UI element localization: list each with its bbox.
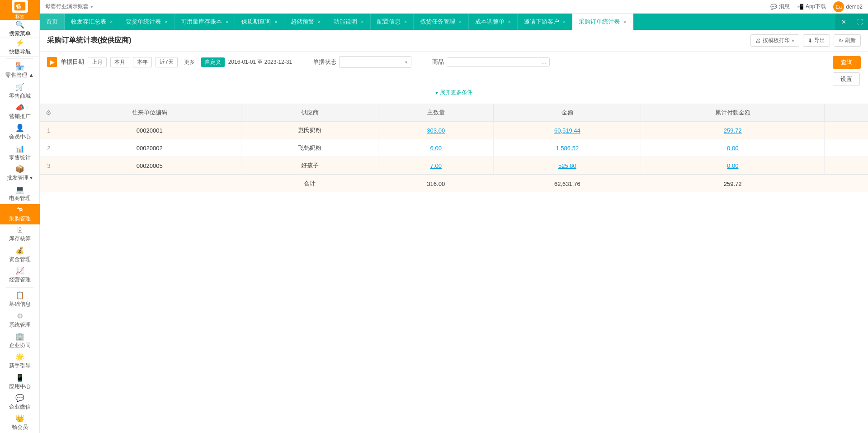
tab-warranty-query[interactable]: 保质期查询 × [235,14,284,30]
sidebar-item-ecommerce[interactable]: 💻 电商管理 [0,184,40,204]
sidebar-item-new-guide[interactable]: 🌟 新手引导 [0,351,40,371]
tab-cost-adjust[interactable]: 成本调整单 × [469,14,518,30]
company-selector[interactable]: 母婴行业演示账套 ▾ [45,3,93,10]
tab-function-desc[interactable]: 功能说明 × [327,14,370,30]
print-button[interactable]: 🖨 按模板打印 ▾ [750,34,799,47]
tab-config-info[interactable]: 配置信息 × [371,14,414,30]
tab-pick-task[interactable]: 拣货任务管理 × [414,14,468,30]
expand-more-btn[interactable]: ▾ 展开更多条件 [435,89,472,96]
tab-receive-summary-close[interactable]: × [110,19,113,24]
tab-overstock-warning-close[interactable]: × [318,19,321,24]
sidebar-item-sys-mgmt[interactable]: ⚙ 系统管理 [0,310,40,330]
cell-index-1: 1 [40,122,58,139]
logo-icon: 畅 [12,0,28,13]
sidebar-item-enterprise[interactable]: 🏢 企业协同 [0,330,40,351]
tab-overstock-warning[interactable]: 超储预警 × [284,14,327,30]
sidebar-item-inventory[interactable]: 🗄 库存核算 [0,224,40,245]
sidebar-divider-1 [6,58,33,59]
date-filter-label: 单据日期 [61,58,84,66]
tab-config-info-close[interactable]: × [404,19,407,24]
enterprise-icon: 🏢 [15,332,24,341]
goods-more-icon[interactable]: … [541,59,547,65]
tab-maximize-btn[interactable]: ⛶ [852,14,868,30]
date-custom-btn[interactable]: 自定义 [201,57,225,67]
goods-search-input[interactable] [450,59,540,65]
sidebar-item-enterprise-wechat[interactable]: 💬 企业微信 [0,392,40,412]
tab-warranty-query-label: 保质期查询 [241,18,271,26]
date-this-month-btn[interactable]: 本月 [110,57,129,67]
footer-empty2 [58,175,241,192]
date-this-year-btn[interactable]: 本年 [133,57,152,67]
tab-home[interactable]: 首页 [40,14,65,30]
quantity-link-1[interactable]: 303.00 [427,127,445,134]
date-last-month-btn[interactable]: 上月 [88,57,107,67]
sidebar-item-retail-mgmt[interactable]: 🏪 零售管理 ▲ [0,61,40,81]
user-menu[interactable]: Ea demo2 [833,1,863,12]
tab-end-buttons: ✕ ⛶ [835,14,868,30]
date-more-btn[interactable]: 更多 [181,57,198,67]
amount-link-1[interactable]: 60,519.44 [554,127,580,134]
tab-warranty-query-close[interactable]: × [274,19,277,24]
date-7days-btn[interactable]: 近7天 [156,57,178,67]
tab-cost-adjust-close[interactable]: × [508,19,511,24]
cell-quantity-2: 6.00 [378,139,494,157]
filter-toggle-btn[interactable]: ▶ [47,57,57,67]
tab-order-stats[interactable]: 要货单统计表 × [119,14,174,30]
setting-button[interactable]: 设置 [833,72,860,86]
logo[interactable]: 畅 标签 [0,0,40,20]
sidebar-search-menu[interactable]: 🔍 搜索菜单 [0,20,40,38]
member-icon: 👤 [15,124,24,132]
tab-order-stats-close[interactable]: × [165,19,167,24]
sidebar-item-purchase[interactable]: 🛍 采购管理 [0,204,40,224]
logo-text: 标签 [15,14,24,20]
paid-link-2[interactable]: 0.00 [727,145,738,152]
tab-close-all-btn[interactable]: ✕ [835,14,852,30]
tab-invite-downstream-close[interactable]: × [563,19,566,24]
amount-link-3[interactable]: 525.80 [558,162,576,169]
tab-purchase-order-stats-label: 采购订单统计表 [579,18,620,26]
search-button[interactable]: 查询 [833,56,861,69]
paid-link-1[interactable]: 259.72 [724,127,742,134]
app-download-btn[interactable]: 📲 App下载 [797,3,826,10]
sidebar-item-marketing[interactable]: 📣 营销推广 [0,101,40,122]
sidebar-quick-nav[interactable]: ⚡ 快捷导航 [0,38,40,56]
tabbar: 首页 收发存汇总表 × 要货单统计表 × 可用量库存账本 × 保质期查询 × 超… [40,14,868,30]
sidebar-divider-2 [6,287,33,288]
footer-quantity: 316.00 [378,175,494,192]
paid-link-3[interactable]: 0.00 [727,162,738,169]
wholesale-icon: 📦 [15,165,24,173]
quantity-link-3[interactable]: 7.00 [430,162,442,169]
column-settings-icon[interactable]: ⚙ [46,109,52,116]
status-select[interactable]: ▾ [339,56,411,68]
sidebar-item-vip[interactable]: 👑 畅会员 [0,413,40,433]
tab-purchase-order-stats-close[interactable]: × [623,19,626,24]
sidebar-item-wholesale[interactable]: 📦 批发管理 ▾ [0,163,40,183]
marketing-label: 营销推广 [9,113,31,120]
tab-pick-task-close[interactable]: × [459,19,462,24]
tab-receive-summary[interactable]: 收发存汇总表 × [65,14,119,30]
refresh-button[interactable]: ↻ 刷新 [834,34,861,47]
amount-link-2[interactable]: 1,586.52 [556,145,579,152]
basic-info-icon: 📋 [15,291,24,300]
tab-purchase-order-stats[interactable]: 采购订单统计表 × [572,14,633,30]
sidebar-item-member[interactable]: 👤 会员中心 [0,122,40,143]
export-button[interactable]: ⬇ 导出 [803,34,830,47]
tab-function-desc-close[interactable]: × [361,19,363,24]
sidebar-item-app-center[interactable]: 📱 应用中心 [0,371,40,392]
sidebar-item-retail-store[interactable]: 🛒 零售商城 [0,81,40,101]
tab-invite-downstream[interactable]: 邀请下游客户 × [518,14,572,30]
cell-supplier-name-2: 飞鹤奶粉 [241,139,378,157]
sidebar-item-retail-stats[interactable]: 📊 零售统计 [0,143,40,163]
retail-mgmt-label: 零售管理 ▲ [5,71,34,79]
sidebar-item-ops[interactable]: 📈 经营管理 [0,265,40,285]
tab-available-inventory-close[interactable]: × [226,19,228,24]
footer-amount: 62,631.76 [494,175,641,192]
sidebar-item-finance[interactable]: 💰 资金管理 [0,244,40,265]
app-download-label: App下载 [806,3,826,10]
sidebar-item-basic-info[interactable]: 📋 基础信息 [0,290,40,310]
topbar: 母婴行业演示账套 ▾ 💬 消息 📲 App下载 Ea demo2 [40,0,868,14]
refresh-icon: ↻ [839,38,843,44]
quantity-link-2[interactable]: 6.00 [430,145,442,152]
tab-available-inventory[interactable]: 可用量库存账本 × [175,14,235,30]
message-btn[interactable]: 💬 消息 [770,3,790,10]
